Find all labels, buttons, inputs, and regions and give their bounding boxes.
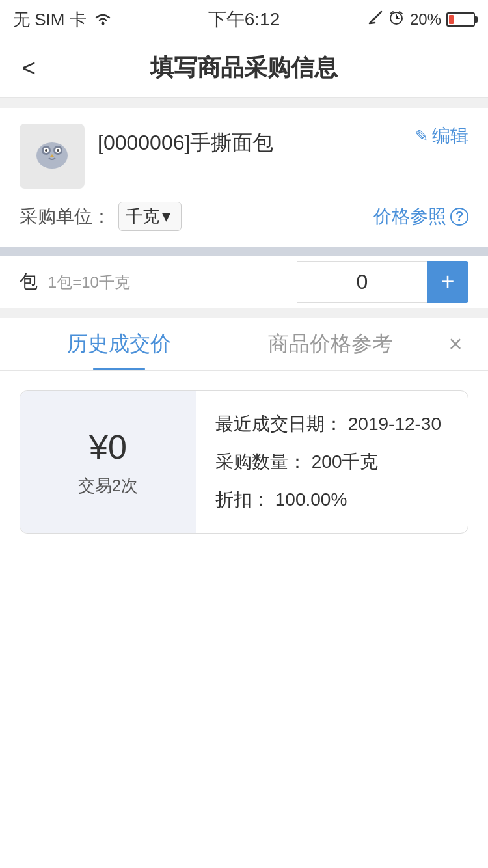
alarm-icon bbox=[388, 9, 405, 30]
product-header: [0000006]手撕面包 ✎ 编辑 bbox=[20, 124, 468, 189]
tab-price-ref[interactable]: 商品价格参考 bbox=[224, 318, 436, 370]
help-icon[interactable]: ? bbox=[450, 208, 468, 226]
qty-plus-button[interactable]: + bbox=[427, 261, 468, 303]
history-trade-count: 交易2次 bbox=[78, 474, 138, 497]
status-left: 无 SIM 卡 bbox=[13, 8, 113, 31]
edit-button[interactable]: ✎ 编辑 bbox=[415, 124, 468, 148]
history-discount: 折扣： 100.00% bbox=[215, 486, 448, 513]
status-time: 下午6:12 bbox=[208, 7, 280, 32]
qty-input-group: + bbox=[297, 261, 468, 303]
qty-label-group: 包 1包=10千克 bbox=[20, 269, 130, 294]
product-card: [0000006]手撕面包 ✎ 编辑 采购单位： 千克 ▾ 价格参照 ? bbox=[0, 108, 488, 247]
history-left: ¥0 交易2次 bbox=[20, 391, 196, 533]
history-content: ¥0 交易2次 最近成交日期： 2019-12-30 采购数量： 200千克 折… bbox=[0, 371, 488, 553]
tab-history-price[interactable]: 历史成交价 bbox=[13, 318, 224, 370]
back-button[interactable]: < bbox=[16, 48, 42, 88]
page-title: 填写商品采购信息 bbox=[150, 52, 338, 84]
edit-icon: ✎ bbox=[415, 127, 428, 145]
wifi-icon bbox=[93, 10, 113, 30]
battery-pct: 20% bbox=[410, 10, 441, 29]
recent-date-label: 最近成交日期： bbox=[215, 414, 343, 434]
discount-label: 折扣： bbox=[215, 489, 270, 509]
chevron-down-icon: ▾ bbox=[162, 206, 170, 226]
unit-row: 采购单位： 千克 ▾ bbox=[20, 202, 182, 231]
quantity-input[interactable] bbox=[297, 261, 427, 303]
price-ref-label: 价格参照 bbox=[373, 204, 446, 229]
bg-area bbox=[0, 553, 488, 868]
nav-bar: < 填写商品采购信息 bbox=[0, 39, 488, 98]
tabs-panel: 历史成交价 商品价格参考 × ¥0 交易2次 最近成交日期： 2019-12-3… bbox=[0, 318, 488, 553]
status-bar: 无 SIM 卡 下午6:12 20% bbox=[0, 0, 488, 39]
history-price: ¥0 bbox=[89, 427, 127, 467]
product-thumbnail bbox=[20, 124, 85, 189]
history-purchase-qty: 采购数量： 200千克 bbox=[215, 448, 448, 476]
qty-sub-label: 1包=10千克 bbox=[48, 273, 130, 291]
location-icon bbox=[368, 10, 383, 29]
price-ref-button[interactable]: 价格参照 ? bbox=[373, 204, 468, 229]
carrier-text: 无 SIM 卡 bbox=[13, 8, 87, 31]
product-logo-icon bbox=[29, 129, 75, 183]
history-recent-date: 最近成交日期： 2019-12-30 bbox=[215, 411, 448, 438]
qty-label: 包 bbox=[20, 271, 38, 292]
tabs-header: 历史成交价 商品价格参考 × bbox=[0, 318, 488, 371]
product-left: [0000006]手撕面包 bbox=[20, 124, 273, 189]
purchase-qty-value: 200千克 bbox=[312, 452, 379, 472]
unit-select[interactable]: 千克 ▾ bbox=[118, 202, 182, 231]
recent-date-value: 2019-12-30 bbox=[348, 414, 441, 434]
unit-label: 采购单位： bbox=[20, 204, 111, 229]
battery-icon bbox=[446, 12, 475, 27]
history-right: 最近成交日期： 2019-12-30 采购数量： 200千克 折扣： 100.0… bbox=[196, 391, 468, 533]
divider-strip bbox=[0, 247, 488, 256]
edit-label: 编辑 bbox=[432, 124, 468, 148]
discount-value: 100.00% bbox=[275, 489, 347, 509]
status-right: 20% bbox=[368, 9, 475, 30]
tab-close-button[interactable]: × bbox=[436, 318, 475, 370]
svg-point-8 bbox=[57, 149, 59, 152]
purchase-qty-label: 采购数量： bbox=[215, 452, 306, 472]
svg-point-7 bbox=[45, 149, 47, 152]
svg-point-0 bbox=[101, 21, 104, 25]
history-card: ¥0 交易2次 最近成交日期： 2019-12-30 采购数量： 200千克 折… bbox=[20, 390, 468, 534]
unit-value: 千克 bbox=[126, 205, 159, 228]
quantity-row: 包 1包=10千克 + bbox=[0, 256, 488, 308]
product-meta: 采购单位： 千克 ▾ 价格参照 ? bbox=[20, 202, 468, 231]
product-name: [0000006]手撕面包 bbox=[98, 124, 273, 157]
